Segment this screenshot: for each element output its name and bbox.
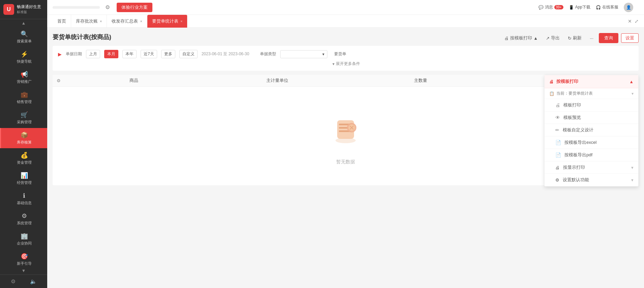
table-settings-icon[interactable]: ⚙ bbox=[57, 78, 61, 83]
tab-expand-area: ✕ ⤢ bbox=[628, 19, 639, 24]
sidebar-item-inventory[interactable]: 📦 库存核算 bbox=[0, 128, 47, 148]
sidebar-item-label: 企业协同 bbox=[17, 241, 32, 246]
tab-order-stats[interactable]: 要货单统计表 × bbox=[147, 15, 187, 28]
scroll-up-btn[interactable]: ▲ bbox=[0, 19, 47, 27]
close-tab-icon[interactable]: ✕ bbox=[628, 19, 632, 24]
top-header: ⚙ 体验行业方案 💬 消息 99+ 📱 App下载 🎧 在线客服 👤 bbox=[47, 0, 644, 15]
basic-icon: ℹ bbox=[23, 192, 25, 199]
filter-row-1: ▶ 单据日期 上月 本月 本年 近7天 更多 自定义 2023-06-01 至 … bbox=[58, 50, 633, 58]
sidebar-item-business[interactable]: 📊 经营管理 bbox=[0, 168, 47, 189]
dropdown-item-template-preview[interactable]: 👁 模板预览 bbox=[545, 111, 638, 124]
printer-icon: 🖨 bbox=[504, 36, 509, 41]
sidebar-item-sales[interactable]: 💼 销售管理 bbox=[0, 88, 47, 108]
collapse-filter-icon[interactable]: ▶ bbox=[58, 52, 62, 57]
dropdown-sub-default-func[interactable]: ⚙ 设置默认功能 ▾ bbox=[545, 174, 638, 186]
empty-text: 暂无数据 bbox=[336, 159, 355, 165]
sidebar-item-enterprise[interactable]: 🏢 企业协同 bbox=[0, 229, 47, 249]
current-template-label: 当前：要货单统计表 bbox=[556, 91, 593, 96]
sidebar-item-purchase[interactable]: 🛒 采购管理 bbox=[0, 108, 47, 128]
dropdown-item-export-pdf[interactable]: 📄 按模板导出pdf bbox=[545, 149, 638, 161]
default-func-left: ⚙ 设置默认功能 bbox=[555, 177, 589, 183]
sidebar-item-system[interactable]: ⚙ 系统管理 bbox=[0, 209, 47, 229]
app-download-btn[interactable]: 📱 App下载 bbox=[569, 4, 590, 10]
refresh-btn[interactable]: ↻ 刷新 bbox=[565, 34, 584, 42]
tab-order-stats-label: 要货单统计表 bbox=[152, 18, 178, 24]
action-bar: 🖨 按模板打印 ▲ ↗ 导出 ↻ 刷新 ··· 查询 设置 bbox=[502, 33, 639, 43]
chevron-down-icon: ▾ bbox=[322, 52, 324, 57]
query-btn[interactable]: 查询 bbox=[599, 33, 618, 43]
print-dropdown-menu: 🖨 按模板打印 ▲ 📋 当前：要货单统计表 ▾ 🖨 模板打印 👁 模板预览 bbox=[544, 75, 639, 187]
online-service-btn[interactable]: 🎧 在线客服 bbox=[596, 4, 618, 10]
message-icon: 💬 bbox=[538, 5, 544, 10]
tab-receipts-summary-close[interactable]: × bbox=[140, 19, 142, 23]
tab-receipts-summary[interactable]: 收发存汇总表 × bbox=[107, 15, 147, 28]
tab-order-stats-close[interactable]: × bbox=[180, 19, 182, 23]
export-btn[interactable]: ↗ 导出 bbox=[543, 34, 562, 42]
app-download-icon: 📱 bbox=[569, 5, 574, 10]
date-btn-last7days[interactable]: 近7天 bbox=[141, 50, 157, 58]
dropdown-item-export-excel[interactable]: 📄 按模板导出excel bbox=[545, 136, 638, 149]
settings-icon[interactable]: ⚙ bbox=[11, 278, 16, 285]
more-btn[interactable]: ··· bbox=[587, 34, 596, 42]
col-goods: 商品 bbox=[63, 77, 204, 84]
dropdown-collapse-icon[interactable]: ▲ bbox=[629, 79, 634, 84]
sales-icon: 💼 bbox=[21, 91, 28, 98]
date-btn-more[interactable]: 更多 bbox=[161, 50, 175, 58]
sidebar-item-label: 库存核算 bbox=[17, 140, 32, 145]
sidebar-item-guide[interactable]: 🎯 新手引导 bbox=[0, 249, 47, 267]
business-icon: 📊 bbox=[21, 172, 28, 179]
template-design-icon: ✏ bbox=[555, 127, 559, 133]
dropdown-sub-display-print[interactable]: 🖨 按显示打印 ▾ bbox=[545, 161, 638, 174]
date-btn-last-month[interactable]: 上月 bbox=[86, 50, 100, 58]
dropdown-item-label: 按模板导出excel bbox=[564, 139, 596, 146]
date-range-display: 2023-06-01 至 2023-06-30 bbox=[202, 51, 249, 57]
display-print-arrow: ▾ bbox=[631, 165, 634, 170]
sidebar-item-finance[interactable]: 💰 资金管理 bbox=[0, 148, 47, 168]
tab-home[interactable]: 首页 bbox=[53, 15, 71, 28]
sidebar-bottom: ⚙ 🔈 bbox=[0, 275, 47, 288]
headset-icon: 🎧 bbox=[596, 5, 601, 10]
more-icon: ··· bbox=[590, 36, 593, 41]
scroll-down-btn[interactable]: ▼ bbox=[0, 267, 47, 275]
page-area: 要货单统计表(按商品) ▶ 单据日期 上月 本月 本年 近7天 更多 自定义 2… bbox=[47, 28, 644, 288]
sidebar-item-search[interactable]: 🔍 搜索菜单 bbox=[0, 27, 47, 47]
export-pdf-icon: 📄 bbox=[555, 152, 561, 158]
settings-gear-icon[interactable]: ⚙ bbox=[105, 4, 110, 10]
date-btn-this-year[interactable]: 本年 bbox=[122, 50, 137, 58]
tab-inventory-batch-close[interactable]: × bbox=[100, 19, 102, 23]
dropdown-item-template-design[interactable]: ✏ 模板自定义设计 bbox=[545, 124, 638, 136]
date-btn-this-month[interactable]: 本月 bbox=[104, 50, 118, 58]
sidebar-item-quick-nav[interactable]: ⚡ 快捷导航 bbox=[0, 47, 47, 67]
inventory-icon: 📦 bbox=[21, 131, 28, 139]
speaker-icon[interactable]: 🔈 bbox=[30, 278, 37, 285]
app-logo: U 畅康通好生意 标准版 bbox=[0, 0, 47, 19]
refresh-label: 刷新 bbox=[573, 35, 582, 41]
date-btn-custom[interactable]: 自定义 bbox=[179, 50, 198, 58]
dropdown-item-label: 模板自定义设计 bbox=[563, 127, 593, 133]
expand-more-row: ▾ 展开更多条件 bbox=[58, 61, 633, 67]
dropdown-title-text: 按模板打印 bbox=[556, 78, 578, 85]
sidebar-item-label: 经营管理 bbox=[17, 180, 32, 185]
message-badge: 99+ bbox=[554, 5, 563, 9]
tab-inventory-batch[interactable]: 库存批次账 × bbox=[71, 15, 107, 28]
maximize-icon[interactable]: ⤢ bbox=[635, 19, 639, 24]
trial-button[interactable]: 体验行业方案 bbox=[117, 3, 152, 12]
export-label: 导出 bbox=[551, 35, 560, 41]
current-template-left: 📋 当前：要货单统计表 bbox=[549, 91, 593, 96]
order-type-select[interactable]: ▾ bbox=[280, 50, 327, 58]
app-name: 畅康通好生意 bbox=[17, 4, 41, 10]
dropdown-header[interactable]: 🖨 按模板打印 ▲ bbox=[545, 75, 638, 88]
expand-more-btn[interactable]: ▾ 展开更多条件 bbox=[331, 61, 360, 67]
settings-button[interactable]: 设置 bbox=[621, 33, 639, 43]
message-btn[interactable]: 💬 消息 99+ bbox=[538, 4, 563, 10]
filter-bar: ▶ 单据日期 上月 本月 本年 近7天 更多 自定义 2023-06-01 至 … bbox=[53, 46, 639, 71]
dropdown-item-template-print[interactable]: 🖨 模板打印 bbox=[545, 99, 638, 111]
sidebar-item-label: 采购管理 bbox=[17, 120, 32, 125]
online-service-label: 在线客服 bbox=[602, 4, 618, 10]
sidebar-item-marketing[interactable]: 📢 营销推广 bbox=[0, 67, 47, 88]
print-template-label: 按模板打印 bbox=[510, 35, 532, 41]
dropdown-item-label: 模板预览 bbox=[563, 115, 581, 121]
user-avatar[interactable]: 👤 bbox=[624, 3, 633, 12]
print-template-btn[interactable]: 🖨 按模板打印 ▲ bbox=[502, 34, 540, 42]
sidebar-item-basic[interactable]: ℹ 基础信息 bbox=[0, 189, 47, 209]
